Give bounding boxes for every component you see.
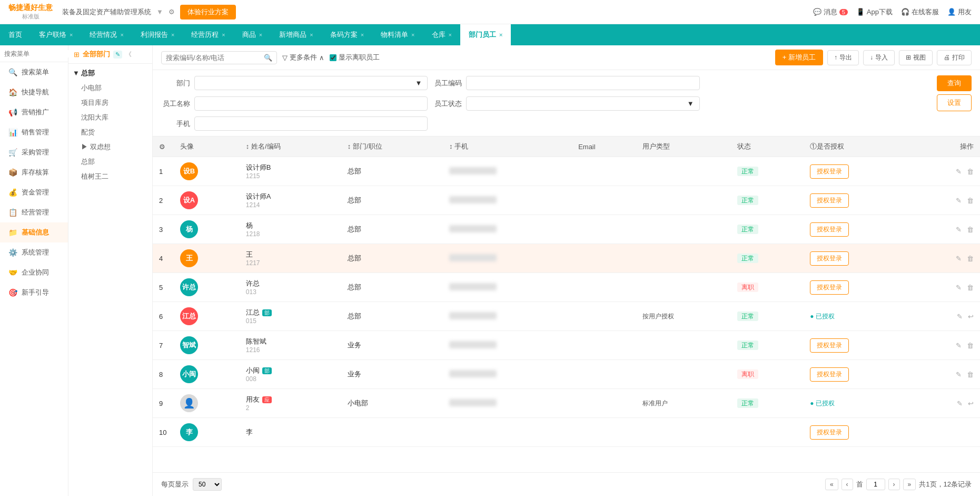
delete-icon[interactable]: ↩: [968, 400, 974, 407]
dept-collapse-icon[interactable]: 《: [125, 50, 132, 59]
edit-icon[interactable]: ✎: [957, 400, 963, 407]
dept-node-small-elec[interactable]: 小电部: [68, 81, 152, 95]
close-icon[interactable]: ×: [171, 32, 174, 38]
settings-icon[interactable]: ⚙: [169, 8, 175, 16]
next-page-btn[interactable]: ›: [888, 479, 900, 490]
delete-icon[interactable]: 🗑: [967, 197, 974, 205]
emp-name-field[interactable]: [200, 100, 422, 108]
set-button[interactable]: 设置: [937, 94, 972, 111]
auth-btn[interactable]: 授权登录: [810, 367, 849, 382]
search-input[interactable]: [166, 54, 261, 62]
delete-icon[interactable]: 🗑: [967, 255, 974, 262]
tab-home[interactable]: 首页: [0, 24, 31, 45]
tab-history[interactable]: 经营历程 ×: [183, 24, 233, 45]
delete-icon[interactable]: 🗑: [967, 226, 974, 234]
auth-btn[interactable]: 授权登录: [810, 251, 849, 266]
sidebar-item-sales[interactable]: 📊 销售管理: [0, 122, 68, 142]
sidebar-item-basic-info[interactable]: 📁 基础信息: [0, 222, 68, 242]
dept-select[interactable]: ▼: [194, 76, 428, 90]
tab-bom[interactable]: 物料清单 ×: [372, 24, 423, 45]
export-button[interactable]: ↑ 导出: [827, 50, 859, 65]
tab-operations[interactable]: 经营情况 ×: [81, 24, 132, 45]
col-dept[interactable]: ↕ 部门/职位: [341, 137, 443, 157]
trial-button[interactable]: 体验行业方案: [180, 5, 236, 20]
sidebar-item-marketing[interactable]: 📢 营销推广: [0, 102, 68, 122]
sidebar-item-guide[interactable]: 🎯 新手引导: [0, 283, 68, 303]
sidebar-item-operations[interactable]: 📋 经营管理: [0, 202, 68, 222]
last-page-btn[interactable]: »: [903, 479, 916, 490]
auth-btn[interactable]: 授权登录: [810, 193, 849, 208]
show-resigned-checkbox[interactable]: 显示离职员工: [330, 53, 380, 62]
col-name[interactable]: ↕ 姓名/编码: [240, 137, 341, 157]
sidebar-item-finance[interactable]: 💰 资金管理: [0, 182, 68, 202]
edit-icon[interactable]: ✎: [956, 342, 962, 349]
dept-all-label[interactable]: 全部部门: [83, 50, 110, 59]
sidebar-item-search[interactable]: 🔍 搜索菜单: [0, 62, 68, 82]
delete-icon[interactable]: 🗑: [967, 342, 974, 349]
tab-goods[interactable]: 商品 ×: [234, 24, 271, 45]
sidebar-item-purchase[interactable]: 🛒 采购管理: [0, 142, 68, 162]
tab-barcode[interactable]: 条码方案 ×: [322, 24, 372, 45]
edit-icon[interactable]: ✎: [956, 226, 962, 234]
col-settings[interactable]: ⚙: [153, 137, 174, 157]
dept-node-distribution[interactable]: 配货: [68, 125, 152, 140]
dept-node-head-office[interactable]: 总部: [68, 154, 152, 169]
sidebar-item-inventory[interactable]: 📦 库存核算: [0, 162, 68, 182]
edit-icon[interactable]: ✎: [956, 371, 962, 378]
close-icon[interactable]: ×: [449, 32, 452, 38]
delete-icon[interactable]: 🗑: [967, 168, 974, 176]
sidebar-item-system[interactable]: ⚙️ 系统管理: [0, 242, 68, 262]
tab-warehouse[interactable]: 仓库 ×: [423, 24, 460, 45]
sidebar-item-collab[interactable]: 🤝 企业协同: [0, 262, 68, 283]
dept-node-head[interactable]: ▼ 总部: [68, 66, 152, 81]
page-number-input[interactable]: [866, 479, 885, 490]
app-download-btn[interactable]: 📱 App下载: [856, 7, 893, 17]
auth-btn[interactable]: 授权登录: [810, 222, 849, 237]
online-service-btn[interactable]: 🎧 在线客服: [901, 7, 939, 17]
delete-icon[interactable]: 🗑: [967, 284, 974, 291]
dept-node-plant[interactable]: 植树王二: [68, 169, 152, 184]
edit-icon[interactable]: ✎: [957, 313, 963, 320]
dept-node-shenyang[interactable]: 沈阳大库: [68, 110, 152, 125]
add-employee-button[interactable]: + 新增员工: [775, 50, 823, 65]
prev-page-btn[interactable]: ‹: [842, 479, 853, 490]
auth-btn[interactable]: 授权登录: [810, 338, 849, 353]
edit-icon[interactable]: ✎: [956, 284, 962, 291]
user-info[interactable]: 👤 用友: [947, 7, 972, 17]
sidebar-item-quicknav[interactable]: 🏠 快捷导航: [0, 82, 68, 102]
auth-btn[interactable]: 授权登录: [810, 425, 849, 440]
per-page-select[interactable]: 50 20 100: [193, 478, 222, 491]
emp-status-select[interactable]: ▼: [466, 96, 699, 111]
close-icon[interactable]: ×: [310, 32, 313, 38]
close-icon[interactable]: ×: [361, 32, 364, 38]
dept-edit-icon[interactable]: ✎: [113, 51, 122, 59]
view-button[interactable]: ⊞ 视图: [899, 50, 933, 65]
close-icon[interactable]: ×: [259, 32, 262, 38]
auth-btn[interactable]: 授权登录: [810, 164, 849, 179]
auth-btn[interactable]: 授权登录: [810, 280, 849, 295]
import-button[interactable]: ↓ 导入: [863, 50, 895, 65]
emp-code-field[interactable]: [472, 79, 694, 87]
more-conditions-btn[interactable]: ▽ 更多条件 ∧: [282, 53, 324, 62]
close-icon[interactable]: ×: [120, 32, 123, 38]
close-icon[interactable]: ×: [222, 32, 225, 38]
col-phone[interactable]: ↕ 手机: [443, 137, 572, 157]
print-button[interactable]: 🖨 打印: [937, 50, 972, 65]
close-icon[interactable]: ×: [499, 32, 502, 38]
query-button[interactable]: 查询: [937, 75, 972, 91]
settings-icon[interactable]: ⚙: [159, 143, 165, 151]
phone-field[interactable]: [200, 120, 422, 128]
edit-icon[interactable]: ✎: [956, 168, 962, 176]
dept-node-project[interactable]: 项目库房: [68, 95, 152, 110]
edit-icon[interactable]: ✎: [956, 197, 962, 205]
phone-input[interactable]: [194, 116, 428, 131]
first-page-btn[interactable]: «: [825, 479, 838, 490]
resigned-checkbox-input[interactable]: [330, 54, 336, 61]
messages-btn[interactable]: 💬 消息 5: [813, 7, 848, 17]
emp-code-input[interactable]: [466, 76, 699, 90]
tab-customer[interactable]: 客户联络 ×: [31, 24, 81, 45]
emp-name-input[interactable]: [194, 96, 428, 111]
delete-icon[interactable]: 🗑: [967, 371, 974, 378]
close-icon[interactable]: ×: [70, 32, 73, 38]
tab-new-goods[interactable]: 新增商品 ×: [271, 24, 321, 45]
